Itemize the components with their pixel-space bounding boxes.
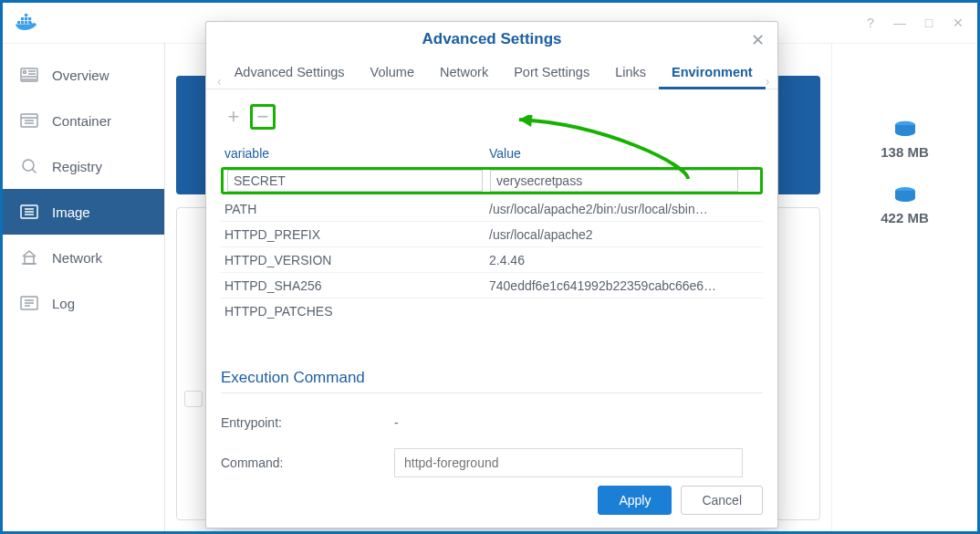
env-variable: HTTPD_PATCHES: [224, 304, 489, 319]
env-value: 740eddf6e1c641992b22359cabc66e6…: [489, 278, 759, 293]
window-minimize-icon[interactable]: —: [890, 16, 910, 30]
remove-env-button[interactable]: −: [250, 104, 276, 130]
env-value: /usr/local/apache2: [489, 227, 759, 242]
docker-logo-icon: [16, 14, 39, 32]
tab-links[interactable]: Links: [602, 56, 659, 89]
sidebar-item-label: Network: [52, 250, 102, 266]
tab-scroll-right-icon[interactable]: ›: [766, 74, 770, 89]
env-value: /usr/local/apache2/bin:/usr/local/sbin…: [489, 202, 759, 216]
command-input[interactable]: [394, 448, 743, 477]
modal-title: Advanced Settings: [206, 22, 777, 57]
env-value-input[interactable]: [490, 170, 738, 192]
env-table-header: variable Value: [221, 142, 763, 166]
plus-icon: +: [228, 107, 240, 127]
execution-command-title: Execution Command: [221, 369, 763, 387]
disk-icon: [893, 186, 917, 204]
env-variable: HTTPD_PREFIX: [224, 227, 489, 242]
svg-rect-13: [25, 257, 34, 264]
window-help-icon[interactable]: ?: [860, 16, 881, 30]
env-row[interactable]: HTTPD_VERSION 2.4.46: [221, 246, 763, 272]
checkbox-placeholder[interactable]: [184, 391, 203, 407]
sidebar-item-network[interactable]: Network: [3, 235, 164, 280]
sidebar-item-registry[interactable]: Registry: [3, 143, 164, 189]
tab-port-settings[interactable]: Port Settings: [501, 56, 602, 89]
log-icon: [19, 293, 39, 313]
svg-rect-1: [21, 21, 24, 24]
tab-environment[interactable]: Environment: [659, 57, 766, 89]
env-value: 2.4.46: [489, 253, 759, 267]
apply-button[interactable]: Apply: [598, 486, 672, 515]
stat-value: 422 MB: [881, 210, 929, 225]
stat-item: 422 MB: [832, 173, 977, 238]
tab-network[interactable]: Network: [427, 56, 501, 89]
svg-point-9: [24, 71, 26, 74]
execution-command-section: Execution Command Entrypoint: - Command:: [221, 369, 763, 488]
sidebar-item-label: Container: [52, 113, 111, 129]
network-icon: [19, 247, 39, 267]
cancel-button[interactable]: Cancel: [681, 486, 763, 515]
right-column: 138 MB 422 MB: [831, 43, 977, 531]
stat-item: 138 MB: [832, 107, 977, 173]
tab-volume[interactable]: Volume: [358, 56, 427, 89]
env-row[interactable]: PATH /usr/local/apache2/bin:/usr/local/s…: [221, 195, 763, 221]
sidebar-item-container[interactable]: Container: [3, 98, 164, 143]
env-row[interactable]: HTTPD_PATCHES: [221, 298, 763, 323]
tab-advanced-settings[interactable]: Advanced Settings: [222, 56, 358, 89]
env-variable-input[interactable]: [227, 170, 483, 192]
sidebar-item-overview[interactable]: Overview: [3, 52, 164, 98]
sidebar-item-image[interactable]: Image: [3, 189, 164, 235]
svg-rect-2: [25, 21, 27, 24]
sidebar-item-log[interactable]: Log: [3, 280, 164, 326]
sidebar-item-label: Image: [52, 204, 90, 220]
container-icon: [19, 110, 39, 131]
window-maximize-icon[interactable]: □: [919, 16, 939, 30]
env-variable: HTTPD_VERSION: [224, 253, 489, 267]
stat-value: 138 MB: [881, 144, 929, 160]
svg-rect-6: [28, 17, 31, 20]
add-env-button[interactable]: +: [221, 104, 246, 130]
modal-tabs: ‹ Advanced Settings Volume Network Port …: [206, 57, 777, 89]
env-row[interactable]: HTTPD_PREFIX /usr/local/apache2: [221, 221, 763, 246]
advanced-settings-modal: Advanced Settings ✕ ‹ Advanced Settings …: [205, 21, 778, 529]
close-icon[interactable]: ✕: [746, 29, 768, 51]
env-variable: PATH: [224, 202, 489, 216]
entrypoint-value: -: [394, 415, 399, 430]
sidebar-item-label: Overview: [52, 68, 109, 83]
col-header-variable[interactable]: variable: [224, 146, 489, 161]
disk-icon: [893, 120, 917, 139]
sidebar: Overview Container Registry Image Networ…: [3, 43, 165, 531]
entrypoint-label: Entrypoint:: [221, 415, 394, 430]
env-row[interactable]: HTTPD_SHA256 740eddf6e1c641992b22359cabc…: [221, 272, 763, 298]
env-variable: HTTPD_SHA256: [224, 278, 489, 293]
command-label: Command:: [221, 455, 394, 470]
overview-icon: [19, 65, 39, 85]
sidebar-item-label: Registry: [52, 159, 102, 174]
svg-rect-5: [25, 17, 27, 20]
minus-icon: −: [257, 107, 269, 127]
svg-rect-7: [25, 14, 27, 16]
sidebar-item-label: Log: [52, 296, 75, 311]
image-icon: [19, 202, 39, 222]
env-row-selected[interactable]: [221, 167, 763, 194]
svg-rect-4: [21, 17, 24, 20]
col-header-value[interactable]: Value: [489, 146, 759, 161]
window-close-icon[interactable]: ✕: [948, 16, 968, 30]
svg-rect-0: [17, 21, 20, 24]
svg-point-11: [23, 160, 34, 171]
registry-icon: [19, 156, 39, 176]
